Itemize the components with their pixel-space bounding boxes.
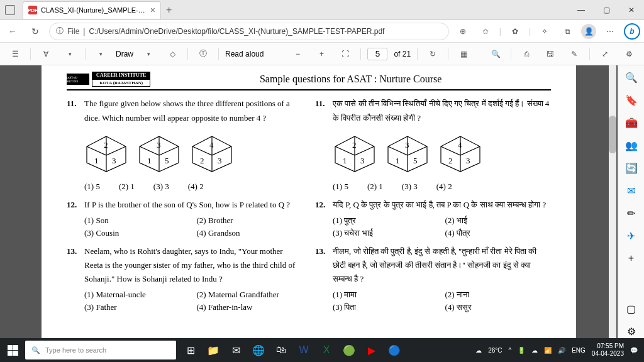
pdf-page: path to success CAREER INSTITUTE KOTA (R… [42, 65, 576, 338]
time: 07:55 PM [592, 343, 624, 350]
save-icon[interactable]: 🖫 [541, 45, 559, 63]
collections-icon[interactable]: ⧉ [558, 23, 576, 40]
sound-icon[interactable]: 🔊 [558, 347, 565, 354]
settings-icon[interactable]: ⚙ [620, 45, 638, 63]
separator: | [83, 27, 85, 36]
refresh-side-icon[interactable]: 🔄 [625, 161, 638, 175]
search-placeholder: Type here to search [45, 346, 106, 354]
document-viewport[interactable]: path to success CAREER INSTITUTE KOTA (R… [0, 65, 618, 338]
draw-chevron-icon[interactable]: ▾ [92, 45, 109, 63]
app-icon [5, 5, 15, 15]
address-bar[interactable]: ⓘ File | C:/Users/Admin/OneDrive/Desktop… [49, 23, 449, 40]
clock[interactable]: 07:55 PM 04-04-2023 [592, 343, 624, 358]
explorer-icon[interactable]: 📁 [203, 338, 224, 362]
onedrive-icon[interactable]: ☁ [531, 347, 538, 354]
star-icon[interactable]: ✩ [477, 23, 494, 40]
chrome-icon[interactable]: 🟢 [338, 338, 360, 362]
file-label: File [67, 27, 79, 36]
erase-icon[interactable]: ◇ [164, 45, 181, 63]
logo-badge: path to success [67, 74, 89, 85]
fullscreen-icon[interactable]: ⤢ [596, 45, 614, 63]
select-icon[interactable]: ∀ [37, 45, 55, 63]
close-tab-icon[interactable]: × [150, 5, 155, 15]
q-number: 13. [67, 244, 84, 286]
excel-icon[interactable]: X [316, 338, 337, 362]
chevron-up-icon[interactable]: ^ [508, 347, 511, 354]
notifications-icon[interactable]: 💬 [630, 347, 638, 354]
more-icon[interactable]: ⋯ [601, 23, 619, 40]
puzzle-icon[interactable]: ✿ [506, 23, 524, 40]
tag-icon[interactable]: 🔖 [625, 93, 638, 107]
youtube-icon[interactable]: ▶ [361, 338, 382, 362]
q-number: 12. [315, 198, 333, 212]
temperature[interactable]: 26°C [488, 347, 502, 354]
zoom-out-icon[interactable]: − [289, 45, 306, 63]
profile-avatar[interactable]: 👤 [581, 24, 596, 39]
tab-title: CLASS_XI-(Nurture)_SAMPLE-TES [41, 6, 147, 14]
refresh-button[interactable]: ↻ [26, 23, 44, 40]
q11-text-en: The figure given below shows the three d… [84, 97, 303, 124]
edge-icon[interactable]: 🌐 [248, 338, 269, 362]
q11-text-hi: एक पासे की तीन विभिन्न स्थितियाँ नीचे दि… [333, 97, 551, 124]
q-number: 11. [315, 97, 333, 124]
logo-line2: KOTA (RAJASTHAN) [92, 80, 150, 87]
doc-title: Sample questions for ASAT : Nurture Cour… [150, 74, 551, 85]
logo-line1: CAREER INSTITUTE [92, 72, 150, 80]
search-pdf-icon[interactable]: 🔍 [487, 45, 504, 63]
q13-text-en: Neelam, who is Rohit's daughter, says to… [84, 244, 303, 286]
close-window-button[interactable]: ✕ [619, 0, 644, 20]
bing-icon[interactable]: b [624, 23, 640, 40]
battery-icon[interactable]: 🔋 [518, 347, 525, 354]
fit-icon[interactable]: ⛶ [336, 45, 354, 63]
minimize-button[interactable]: — [569, 0, 594, 20]
page-view-icon[interactable]: ▦ [455, 45, 472, 63]
gear-icon[interactable]: ⚙ [625, 324, 638, 338]
task-view-icon[interactable]: ⊞ [180, 338, 201, 362]
favorites-icon[interactable]: ✧ [536, 23, 553, 40]
rotate-icon[interactable]: ↻ [424, 45, 441, 63]
word-icon[interactable]: W [293, 338, 314, 362]
zoom-in-icon[interactable]: + [313, 45, 330, 63]
back-button[interactable]: ← [4, 23, 21, 40]
edge-sidebar: 🔍 🔖 🧰 👥 🔄 ✉ ✏ ✈ + ▢ ⚙ [618, 65, 644, 338]
box-icon[interactable]: ▢ [625, 302, 638, 315]
zoom-icon[interactable]: ⊕ [454, 23, 472, 40]
q-number: 12. [67, 198, 84, 212]
page-input[interactable] [367, 48, 387, 60]
info-icon: ⓘ [56, 26, 64, 36]
start-button[interactable] [0, 345, 25, 356]
weather-icon[interactable]: ☁ [475, 347, 482, 354]
scrollbar-thumb[interactable] [609, 116, 616, 153]
maximize-button[interactable]: ▢ [594, 0, 619, 20]
plus-icon[interactable]: + [625, 251, 638, 265]
dice-figures-hi: 213 315 423 [333, 135, 551, 173]
print-icon[interactable]: ⎙ [518, 45, 535, 63]
search-icon-tb: 🔍 [31, 346, 40, 354]
q12-text-hi: यदि P, Q के पुत्र के पुत्र का भाई है, तब… [333, 198, 551, 212]
edit-side-icon[interactable]: ✏ [625, 206, 638, 220]
browser-tab[interactable]: PDF CLASS_XI-(Nurture)_SAMPLE-TES × [23, 1, 161, 19]
pdf-icon: PDF [28, 6, 37, 14]
new-tab-button[interactable]: + [166, 4, 172, 16]
edge-running-icon[interactable]: 🔵 [384, 338, 405, 362]
store-icon[interactable]: 🛍 [270, 338, 292, 362]
taskbar-search[interactable]: 🔍Type here to search [25, 341, 176, 359]
vertical-scrollbar[interactable] [609, 65, 616, 338]
outlook-icon[interactable]: ✉ [625, 184, 638, 197]
wifi-icon[interactable]: 📶 [544, 347, 552, 354]
chevron-down-icon[interactable]: ▾ [61, 45, 79, 63]
mail-icon[interactable]: ✉ [225, 338, 247, 362]
draw-label[interactable]: Draw [116, 50, 133, 58]
draw-down-icon[interactable]: ▾ [140, 45, 157, 63]
edit-icon[interactable]: ✎ [565, 45, 583, 63]
search-icon[interactable]: 🔍 [625, 70, 638, 84]
contents-icon[interactable]: ☰ [6, 45, 24, 63]
dice-figures: 213 315 423 [84, 135, 303, 173]
q13-text-hi: नीलम, जो रोहित की पुत्री है, इंदु से कहत… [333, 244, 551, 286]
language-indicator[interactable]: ENG [572, 347, 586, 354]
read-aloud-label[interactable]: Read aloud [225, 50, 264, 58]
toolbox-icon[interactable]: 🧰 [625, 116, 638, 129]
send-icon[interactable]: ✈ [625, 229, 638, 243]
text-icon[interactable]: Ⓣ [194, 45, 212, 63]
people-icon[interactable]: 👥 [625, 138, 638, 152]
